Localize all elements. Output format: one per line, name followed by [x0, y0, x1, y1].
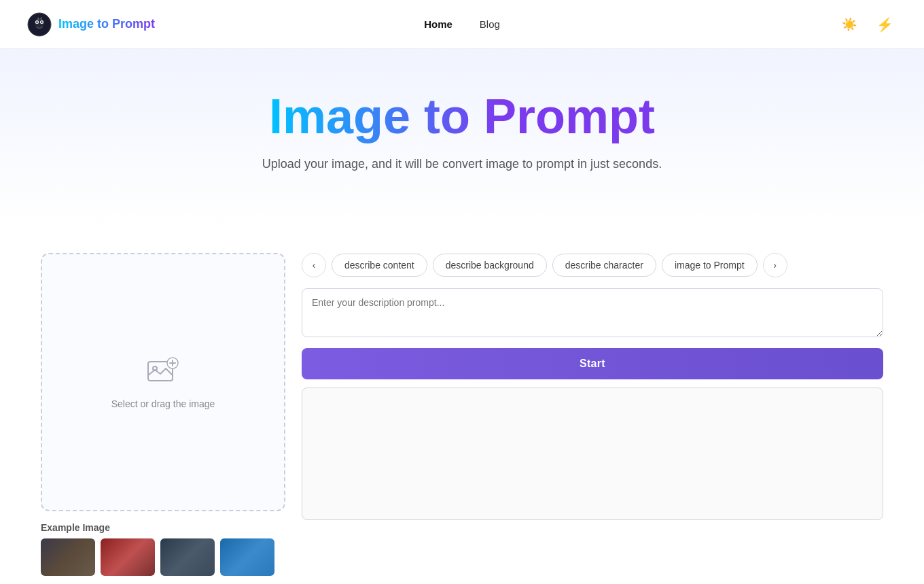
hero-section: Image to Prompt Upload your image, and i… [0, 49, 924, 226]
tab-describe-background[interactable]: describe background [433, 254, 547, 277]
output-area [302, 388, 883, 520]
svg-point-5 [41, 21, 42, 22]
header: Image to Prompt Home Blog ☀️ ⚡ [0, 0, 924, 49]
prompt-textarea[interactable] [302, 288, 883, 337]
svg-point-4 [36, 21, 37, 22]
example-image-3[interactable] [160, 538, 215, 576]
tabs-bar: ‹ describe content describe background d… [302, 253, 883, 277]
tab-image-to-prompt[interactable]: image to Prompt [662, 254, 758, 277]
tabs-next-button[interactable]: › [763, 253, 787, 277]
translate-icon: ⚡ [876, 16, 893, 33]
theme-toggle-button[interactable]: ☀️ [837, 12, 861, 37]
example-label: Example Image [41, 522, 285, 533]
sun-icon: ☀️ [842, 17, 857, 32]
hero-title-text: Image to Prompt [269, 89, 655, 143]
hero-title: Image to Prompt [27, 90, 897, 143]
tab-describe-content[interactable]: describe content [332, 254, 427, 277]
language-toggle-button[interactable]: ⚡ [872, 12, 897, 37]
upload-icon [145, 355, 181, 390]
example-image-4[interactable] [220, 538, 274, 576]
upload-instruction: Select or drag the image [111, 398, 215, 409]
upload-dropzone[interactable]: Select or drag the image [41, 253, 285, 511]
main-nav: Home Blog [424, 18, 500, 30]
upload-section: Select or drag the image Example Image [41, 253, 285, 576]
start-button[interactable]: Start [302, 348, 883, 379]
header-actions: ☀️ ⚡ [837, 12, 897, 37]
example-image-1[interactable] [41, 538, 95, 576]
example-images [41, 538, 285, 576]
prompt-section: ‹ describe content describe background d… [302, 253, 883, 576]
example-image-2[interactable] [101, 538, 155, 576]
main-content: Select or drag the image Example Image ‹… [0, 226, 924, 584]
nav-blog[interactable]: Blog [480, 18, 500, 30]
hero-subtitle: Upload your image, and it will be conver… [27, 157, 897, 171]
logo-area[interactable]: Image to Prompt [27, 12, 155, 37]
tabs-prev-button[interactable]: ‹ [302, 253, 326, 277]
tab-describe-character[interactable]: describe character [552, 254, 656, 277]
nav-home[interactable]: Home [424, 18, 452, 30]
logo-text: Image to Prompt [58, 17, 155, 31]
logo-icon [27, 12, 52, 37]
